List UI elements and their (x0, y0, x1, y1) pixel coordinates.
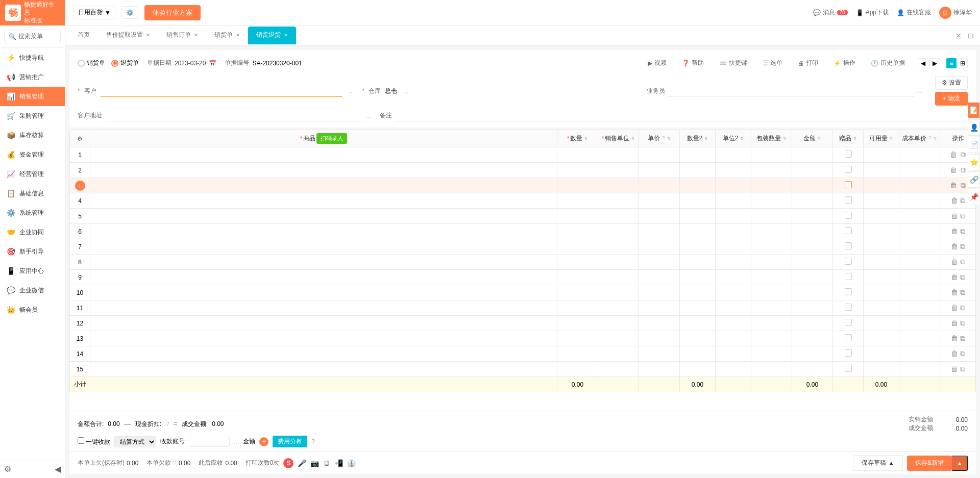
delete-row-button[interactable]: 🗑 (950, 318, 959, 328)
select-action-button[interactable]: ☰ 选单 (758, 56, 787, 70)
delete-row-button[interactable]: 🗑 (950, 272, 959, 282)
fee-split-button[interactable]: 费用分摊 (273, 436, 307, 447)
tab-home[interactable]: 首页 (69, 27, 98, 44)
close-tab-button[interactable]: ✕ (953, 31, 964, 41)
table-scroll-area[interactable]: ⚙ * 商品 扫码录入 * (69, 130, 976, 411)
side-float-doc[interactable]: 📄 (968, 137, 980, 153)
delete-row-button[interactable]: 🗑 (950, 333, 959, 343)
copy-row-button[interactable]: ⧉ (959, 333, 966, 344)
tab-sales-return-close[interactable]: ✕ (284, 32, 288, 38)
experience-plan-button[interactable]: 体验行业方案 (144, 5, 201, 20)
copy-row-button[interactable]: ⧉ (959, 318, 966, 329)
sidebar-settings-button[interactable]: ⚙ (4, 464, 11, 474)
amount-sort-icon[interactable]: ⇅ (818, 136, 821, 141)
row-avail-active[interactable] (864, 178, 899, 193)
delete-row-button[interactable]: 🗑 (950, 211, 959, 221)
logistics-button[interactable]: + 物流 (935, 92, 968, 106)
side-float-star[interactable]: ⭐ (968, 154, 980, 170)
gift-checkbox[interactable] (845, 304, 852, 311)
sidebar-item-wechat[interactable]: 💬 企业微信 (0, 281, 65, 300)
radio-return[interactable]: 退货单 (111, 59, 139, 67)
print-action-button[interactable]: 🖨 打印 (793, 56, 823, 70)
message-button[interactable]: 💬 消息 70 (813, 8, 848, 17)
row-cost[interactable] (899, 147, 940, 163)
view-grid-button[interactable]: ⊞ (958, 58, 968, 68)
gift-checkbox[interactable] (845, 242, 852, 249)
row-unit[interactable] (598, 163, 639, 178)
row-cost-active[interactable] (899, 178, 940, 193)
gift-checkbox[interactable] (845, 334, 852, 341)
sidebar-item-enterprise[interactable]: 🤝 企业协同 (0, 222, 65, 242)
online-service-button[interactable]: 👤 在线客服 (897, 8, 931, 17)
row-price[interactable] (639, 163, 680, 178)
sidebar-item-marketing[interactable]: 📢 营销推广 (0, 67, 65, 87)
row-gift[interactable] (833, 163, 864, 178)
industry-select[interactable]: 日用百货 ▼ (74, 6, 115, 19)
copy-row-button[interactable]: ⧉ (959, 195, 966, 206)
address-input[interactable] (106, 110, 362, 121)
gift-checkbox[interactable] (845, 196, 852, 204)
row-product[interactable] (90, 163, 557, 178)
row-unit-active[interactable] (598, 178, 639, 193)
row-pack[interactable] (751, 147, 792, 163)
delete-row-button[interactable]: 🗑 (950, 303, 959, 313)
sidebar-item-appstore[interactable]: 📱 应用中心 (0, 261, 65, 281)
side-float-link[interactable]: 🔗 (968, 171, 980, 188)
tab-price-settings[interactable]: 售价提取设置 ✕ (98, 27, 158, 44)
row-amount[interactable] (792, 163, 833, 178)
delete-row-button[interactable]: 🗑 (949, 165, 958, 175)
remark-input[interactable] (396, 110, 968, 121)
delete-row-button[interactable]: 🗑 (949, 149, 958, 160)
copy-row-button[interactable]: ⧉ (959, 364, 966, 374)
row-qty-active[interactable] (557, 178, 598, 193)
help-action-button[interactable]: ❓ 帮助 (677, 56, 708, 70)
gift-checkbox[interactable] (845, 349, 852, 357)
row-qty2[interactable] (680, 163, 716, 178)
side-float-user[interactable]: 👤 (968, 119, 980, 136)
staff-input[interactable] (669, 85, 914, 97)
delete-row-button[interactable]: 🗑 (950, 348, 959, 359)
sidebar-item-inventory[interactable]: 📦 库存核算 (0, 125, 65, 145)
sidebar-item-system[interactable]: ⚙️ 系统管理 (0, 203, 65, 222)
avail-sort-icon[interactable]: ⇅ (890, 136, 893, 141)
gift-checkbox-active[interactable] (845, 181, 852, 188)
tab-sales-delivery[interactable]: 销货单 ✕ (206, 27, 248, 44)
copy-row-button[interactable]: ⧉ (960, 180, 967, 191)
price-help-icon[interactable]: ? (662, 136, 665, 141)
copy-row-button[interactable]: ⧉ (960, 149, 967, 160)
sidebar-collapse-button[interactable]: ◀ (55, 464, 61, 474)
one-key-payment-checkbox[interactable]: 一键收款 (78, 437, 110, 446)
product-input-active[interactable] (93, 182, 554, 189)
warehouse-select-button[interactable]: ... (403, 87, 408, 94)
radio-delivery[interactable]: 销货单 (78, 59, 105, 67)
qty2-sort-icon[interactable]: ⇅ (704, 136, 708, 141)
unit-sort-icon[interactable]: ⇅ (631, 136, 635, 141)
copy-row-button[interactable]: ⧉ (959, 241, 966, 252)
sidebar-item-sales[interactable]: 📊 销售管理 (0, 87, 65, 106)
qty-sort-icon[interactable]: ⇅ (584, 136, 588, 141)
row-unit2[interactable] (716, 163, 751, 178)
row-product[interactable] (90, 147, 557, 163)
scan-input-button[interactable]: 扫码录入 (316, 133, 347, 144)
user-profile-button[interactable]: 徐 徐泽华 (939, 7, 972, 19)
delete-row-button[interactable]: 🗑 (950, 257, 959, 267)
tab-sales-delivery-close[interactable]: ✕ (236, 32, 240, 38)
save-new-dropdown-button[interactable]: ▲ (952, 456, 968, 471)
col-header-settings[interactable]: ⚙ (70, 130, 90, 147)
sidebar-item-finance[interactable]: 💰 资金管理 (0, 145, 65, 164)
gift-checkbox[interactable] (845, 227, 852, 234)
gift-checkbox[interactable] (845, 288, 852, 295)
cost-help-icon[interactable]: ? (928, 136, 932, 141)
gift-checkbox[interactable] (845, 166, 852, 173)
view-list-button[interactable]: ≡ (946, 58, 957, 68)
app-download-button[interactable]: 📱 App下载 (856, 8, 889, 17)
copy-row-button[interactable]: ⧉ (960, 165, 967, 175)
one-key-payment-input[interactable] (78, 437, 84, 444)
delete-row-button[interactable]: 🗑 (950, 287, 959, 297)
tab-sales-order-close[interactable]: ✕ (194, 32, 198, 38)
tab-sales-order[interactable]: 销售订单 ✕ (158, 27, 206, 44)
sidebar-item-operations[interactable]: 📈 经营管理 (0, 164, 65, 184)
sidebar-item-basic[interactable]: 📋 基础信息 (0, 184, 65, 203)
cash-discount-help-icon[interactable]: ? (166, 421, 169, 427)
save-new-button[interactable]: 保存&新增 (907, 456, 952, 471)
